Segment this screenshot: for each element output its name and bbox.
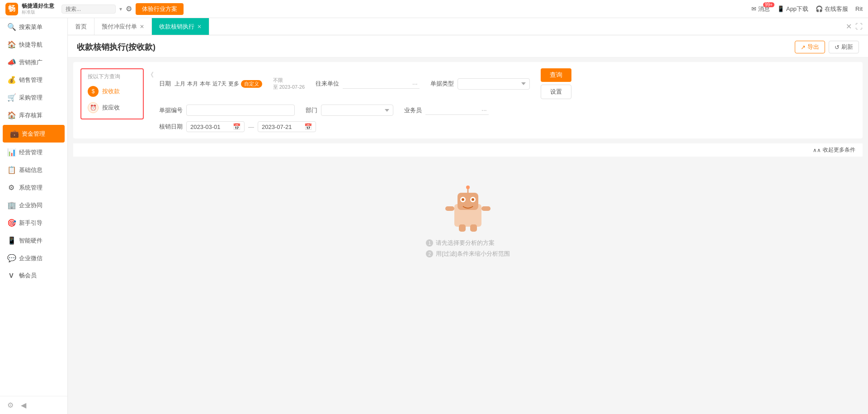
- sidebar-item-guide[interactable]: 🎯 新手引导: [0, 214, 67, 232]
- sidebar-item-purchase[interactable]: 🛒 采购管理: [0, 89, 67, 106]
- export-btn[interactable]: ↗ 导出: [795, 41, 825, 53]
- tab-bar: 首页 预付冲应付单 ✕ 收款核销执行 ✕ ✕ ⛶: [68, 18, 868, 35]
- query-btn[interactable]: 查询: [541, 68, 571, 82]
- salesperson-input-wrapper: ···: [425, 105, 489, 115]
- date-custom-tag[interactable]: 自定义: [241, 80, 262, 88]
- doc-no-field: 单据编号: [159, 105, 295, 116]
- sidebar-item-basic-info[interactable]: 📋 基础信息: [0, 161, 67, 179]
- refresh-icon: ↺: [835, 44, 840, 51]
- main-layout: 🔍 搜索菜单 🏠 快捷导航 📣 营销推广 💰 销售管理 🛒 采购管理 🏠 库存核…: [0, 18, 868, 414]
- doc-no-input[interactable]: [186, 105, 295, 116]
- topbar-right: ✉ 消息 99+ 📱 App下载 🎧 在线客服 Rit: [751, 5, 863, 13]
- user-name[interactable]: Rit: [855, 5, 863, 12]
- date-more[interactable]: 更多: [228, 80, 239, 88]
- writeoff-date-start-input[interactable]: [190, 124, 231, 130]
- counterpart-input-wrapper: ···: [343, 79, 420, 89]
- vip-icon: V: [7, 272, 15, 279]
- collapse-bar: ∧∧ 收起更多条件: [73, 143, 863, 157]
- dept-select[interactable]: [321, 105, 393, 116]
- counterpart-input[interactable]: [344, 80, 412, 87]
- guide-icon: 🎯: [7, 219, 15, 227]
- filter-area: 按以下方查询 $ 按收款 ⏰ 按应收: [73, 62, 863, 138]
- online-service-btn[interactable]: 🎧 在线客服: [816, 5, 848, 13]
- date-this-month[interactable]: 本月: [187, 80, 198, 88]
- app-logo: 畅: [5, 3, 18, 15]
- sidebar-item-system[interactable]: ⚙ 系统管理: [0, 179, 67, 196]
- svg-rect-8: [459, 224, 466, 232]
- brand-name: 畅捷通好生意: [22, 3, 54, 9]
- settings-icon[interactable]: ⚙: [126, 5, 132, 13]
- date-nolimit: 不限 至 2023-07-26: [273, 77, 305, 90]
- date-this-year[interactable]: 本年: [200, 80, 211, 88]
- salesperson-more-icon[interactable]: ···: [481, 106, 487, 114]
- doc-type-select-wrapper: [458, 78, 530, 90]
- date-shortcuts: 上月 本月 本年 近7天 更多 自定义: [175, 80, 262, 88]
- refresh-btn[interactable]: ↺ 刷新: [829, 41, 859, 53]
- marketing-icon: 📣: [7, 58, 15, 67]
- sidebar-settings-icon[interactable]: ⚙: [7, 401, 14, 409]
- industry-btn[interactable]: 体验行业方案: [136, 3, 184, 15]
- wechat-icon: 💬: [7, 254, 15, 262]
- app-download-btn[interactable]: 📱 App下载: [777, 5, 808, 13]
- date-label: 日期: [159, 80, 171, 88]
- export-icon: ↗: [801, 44, 806, 51]
- tab-prepay-close-icon[interactable]: ✕: [140, 24, 144, 30]
- date-range-separator: —: [248, 124, 254, 130]
- sidebar-item-sales[interactable]: 💰 销售管理: [0, 71, 67, 89]
- counterpart-more-icon[interactable]: ···: [412, 80, 418, 87]
- sidebar-item-inventory[interactable]: 🏠 库存核算: [0, 106, 67, 124]
- sidebar-item-finance[interactable]: 💼 资金管理: [3, 125, 65, 143]
- sidebar-item-marketing[interactable]: 📣 营销推广: [0, 53, 67, 71]
- salesperson-field: 业务员 ···: [404, 105, 489, 115]
- tab-close-all-icon[interactable]: ✕: [846, 22, 852, 31]
- writeoff-date-end-input[interactable]: [262, 124, 302, 130]
- tab-bar-right: ✕ ⛶: [846, 22, 868, 31]
- topbar-search-input[interactable]: [61, 5, 116, 14]
- counterpart-label: 往来单位: [316, 80, 339, 88]
- sidebar-item-quick-nav[interactable]: 🏠 快捷导航: [0, 36, 67, 53]
- phone-icon: 📱: [777, 5, 784, 12]
- sidebar-collapse-icon[interactable]: ◀: [21, 401, 26, 409]
- writeoff-date-end-cal-icon[interactable]: 📅: [304, 123, 312, 130]
- sidebar-item-vip[interactable]: V 畅会员: [0, 267, 67, 284]
- collapse-more-btn[interactable]: ∧∧ 收起更多条件: [813, 146, 855, 154]
- tab-maximize-icon[interactable]: ⛶: [855, 23, 863, 31]
- hardware-icon: 📱: [7, 236, 15, 245]
- tab-receive-writeoff-close-icon[interactable]: ✕: [197, 24, 202, 30]
- quick-nav-icon: 🏠: [7, 40, 15, 49]
- writeoff-date-start-cal-icon[interactable]: 📅: [233, 123, 241, 130]
- filter-option-by-receipt[interactable]: $ 按收款: [88, 84, 137, 99]
- salesperson-input[interactable]: [427, 107, 481, 114]
- filter-row-1: 日期 上月 本月 本年 近7天 更多 自定义: [159, 68, 855, 99]
- tab-prepay[interactable]: 预付冲应付单 ✕: [94, 18, 152, 35]
- filter-collapse-toggle[interactable]: 《: [147, 68, 154, 79]
- date-7days[interactable]: 近7天: [212, 80, 226, 88]
- doc-no-label: 单据编号: [159, 106, 183, 114]
- inventory-icon: 🏠: [7, 111, 15, 119]
- sidebar-item-enterprise[interactable]: 🏢 企业协同: [0, 196, 67, 214]
- doc-type-select[interactable]: [458, 78, 530, 90]
- doc-type-label: 单据类型: [430, 80, 454, 88]
- page-title: 收款核销执行(按收款): [77, 42, 156, 52]
- tab-receive-writeoff[interactable]: 收款核销执行 ✕: [152, 18, 209, 35]
- dept-label: 部门: [306, 106, 317, 114]
- sidebar-item-search-menu[interactable]: 🔍 搜索菜单: [0, 18, 67, 36]
- tab-home[interactable]: 首页: [68, 18, 94, 35]
- filter-settings-btn[interactable]: 设置: [541, 85, 571, 99]
- svg-point-4: [462, 198, 464, 201]
- by-receivable-label: 按应收: [102, 104, 120, 112]
- empty-illustration: [443, 184, 493, 233]
- filter-option-by-receivable[interactable]: ⏰ 按应收: [88, 100, 137, 115]
- message-btn[interactable]: ✉ 消息 99+: [751, 5, 770, 13]
- collapse-chevron-icon: ∧∧: [813, 147, 821, 153]
- sidebar-item-operations[interactable]: 📊 经营管理: [0, 143, 67, 161]
- empty-state: 1 请先选择要分析的方案 2 用[过滤]条件来缩小分析范围: [68, 157, 868, 285]
- sidebar-item-hardware[interactable]: 📱 智能硬件: [0, 232, 67, 249]
- topbar-dropdown-icon[interactable]: ▾: [119, 6, 122, 12]
- doc-type-field: 单据类型: [430, 78, 530, 90]
- finance-icon: 💼: [10, 129, 18, 138]
- purchase-icon: 🛒: [7, 93, 15, 102]
- date-last-month[interactable]: 上月: [175, 80, 185, 88]
- sidebar-item-wechat[interactable]: 💬 企业微信: [0, 249, 67, 267]
- filter-left-panel: 按以下方查询 $ 按收款 ⏰ 按应收: [80, 68, 144, 119]
